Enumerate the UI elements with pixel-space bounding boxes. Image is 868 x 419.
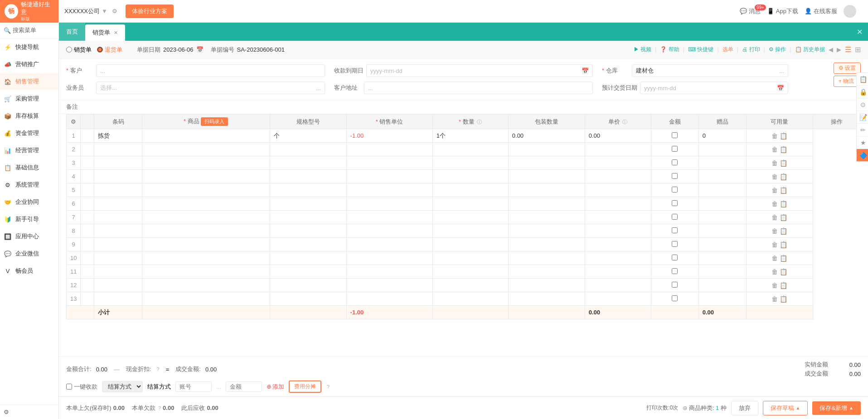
delete-icon-10[interactable]: 🗑 (771, 255, 778, 262)
row-pkg-qty-11[interactable] (432, 265, 508, 279)
row-product-8[interactable] (94, 224, 142, 238)
row-product-12[interactable] (94, 279, 142, 292)
copy-icon-6[interactable]: 📋 (780, 200, 787, 207)
row-spec-6[interactable] (142, 197, 270, 211)
copy-icon-4[interactable]: 📋 (780, 173, 787, 180)
delete-icon-11[interactable]: 🗑 (771, 268, 778, 275)
row-product-5[interactable] (94, 183, 142, 197)
row-available-8[interactable] (698, 224, 746, 238)
row-available-5[interactable] (698, 183, 746, 197)
sidebar-item-apps[interactable]: 🔲 应用中心 (0, 228, 58, 245)
sidebar-search[interactable]: 🔍 搜索菜单 (0, 23, 58, 39)
row-amount-11[interactable] (585, 265, 651, 279)
row-price-6[interactable] (508, 197, 585, 211)
customer-input[interactable]: ... (96, 64, 325, 77)
row-pkg-qty-12[interactable] (432, 279, 508, 292)
row-price-1[interactable]: 0.00 (508, 129, 585, 143)
sidebar-item-quick-nav[interactable]: ⚡ 快捷导航 (0, 39, 58, 56)
right-tool-5[interactable]: ✏ (857, 124, 868, 136)
sidebar-bottom-settings[interactable]: ⚙ (0, 405, 58, 419)
select-link[interactable]: 选单 (723, 46, 733, 53)
settings-btn[interactable]: ⚙ 设置 (834, 63, 861, 74)
row-product-7[interactable] (94, 211, 142, 224)
history-link[interactable]: 📋 历史单据 (795, 46, 825, 53)
row-gift-7[interactable] (651, 211, 698, 224)
abandon-btn[interactable]: 放弃 (731, 401, 758, 415)
sidebar-item-marketing[interactable]: 📣 营销推广 (0, 56, 58, 73)
save-draft-btn[interactable]: 保存草稿 ▲ (763, 401, 808, 415)
row-qty-12[interactable] (346, 279, 432, 292)
row-amount-5[interactable] (585, 183, 651, 197)
copy-icon-10[interactable]: 📋 (780, 255, 787, 262)
row-price-2[interactable] (508, 143, 585, 156)
row-available-3[interactable] (698, 156, 746, 170)
delete-icon-2[interactable]: 🗑 (771, 146, 778, 153)
scan-btn[interactable]: 扫码录入 (201, 117, 228, 126)
row-spec-1[interactable] (142, 129, 270, 143)
row-gift-2[interactable] (651, 143, 698, 156)
row-qty-5[interactable] (346, 183, 432, 197)
company-selector[interactable]: XXXXXX公司 ▼ (64, 7, 107, 15)
row-amount-6[interactable] (585, 197, 651, 211)
trial-btn[interactable]: 体验行业方案 (126, 5, 174, 18)
row-available-4[interactable] (698, 170, 746, 183)
copy-icon-2[interactable]: 📋 (780, 146, 787, 153)
row-available-9[interactable] (698, 238, 746, 251)
row-pkg-qty-5[interactable] (432, 183, 508, 197)
row-pkg-qty-9[interactable] (432, 238, 508, 251)
account-input[interactable] (175, 381, 212, 392)
row-product-10[interactable] (94, 251, 142, 265)
row-unit-7[interactable] (270, 211, 346, 224)
row-qty-4[interactable] (346, 170, 432, 183)
row-unit-11[interactable] (270, 265, 346, 279)
sidebar-item-operations[interactable]: 📊 经营管理 (0, 142, 58, 159)
nav-prev-icon[interactable]: ◀ (829, 46, 833, 53)
shortcut-link[interactable]: ⌨ 快捷键 (688, 46, 713, 53)
help-link[interactable]: ❓ 帮助 (660, 46, 679, 53)
delete-icon-12[interactable]: 🗑 (771, 282, 778, 289)
delete-icon-13[interactable]: 🗑 (771, 295, 778, 303)
row-spec-3[interactable] (142, 156, 270, 170)
print-link[interactable]: 🖨 打印 (742, 46, 760, 53)
row-price-12[interactable] (508, 279, 585, 292)
copy-icon-12[interactable]: 📋 (780, 282, 787, 289)
right-tool-4[interactable]: 📝 (857, 111, 868, 124)
row-available-1[interactable]: 0 (698, 129, 746, 143)
row-product-13[interactable] (94, 292, 142, 306)
row-gift-4[interactable] (651, 170, 698, 183)
row-qty-6[interactable] (346, 197, 432, 211)
row-price-3[interactable] (508, 156, 585, 170)
row-qty-13[interactable] (346, 292, 432, 306)
row-pkg-qty-3[interactable] (432, 156, 508, 170)
row-gift-11[interactable] (651, 265, 698, 279)
row-amount-1[interactable]: 0.00 (585, 129, 651, 143)
row-barcode-4[interactable] (81, 170, 94, 183)
row-price-10[interactable] (508, 251, 585, 265)
row-unit-13[interactable] (270, 292, 346, 306)
row-barcode-6[interactable] (81, 197, 94, 211)
notes-input[interactable] (81, 104, 861, 111)
row-unit-8[interactable] (270, 224, 346, 238)
operation-link[interactable]: ⚙ 操作 (769, 46, 786, 53)
delete-icon-3[interactable]: 🗑 (771, 159, 778, 167)
right-tool-7[interactable]: 🔷 (857, 149, 868, 162)
row-barcode-5[interactable] (81, 183, 94, 197)
row-product-9[interactable] (94, 238, 142, 251)
row-barcode-10[interactable] (81, 251, 94, 265)
delete-icon-5[interactable]: 🗑 (771, 187, 778, 194)
row-amount-7[interactable] (585, 211, 651, 224)
row-amount-3[interactable] (585, 156, 651, 170)
row-qty-11[interactable] (346, 265, 432, 279)
row-price-4[interactable] (508, 170, 585, 183)
tab-sales-order[interactable]: 销货单 ✕ (85, 24, 125, 41)
right-tool-3[interactable]: ⊙ (857, 98, 868, 111)
row-product-4[interactable] (94, 170, 142, 183)
copy-icon-8[interactable]: 📋 (780, 227, 787, 235)
view-grid-icon[interactable]: ⊞ (855, 45, 861, 54)
row-qty-9[interactable] (346, 238, 432, 251)
sidebar-item-wechat[interactable]: 💬 企业微信 (0, 245, 58, 262)
row-unit-12[interactable] (270, 279, 346, 292)
right-tool-6[interactable]: ★ (857, 136, 868, 149)
row-available-10[interactable] (698, 251, 746, 265)
row-gift-10[interactable] (651, 251, 698, 265)
